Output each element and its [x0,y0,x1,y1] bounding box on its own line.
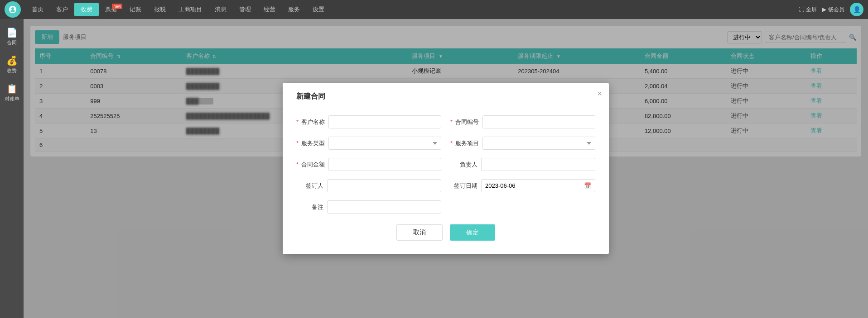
modal-overlay: 新建合同 × * 客户名称 * 合同编号 [24,19,868,318]
fullscreen-label: 全屏 [806,6,817,14]
fee-icon: 💰 [6,55,18,66]
contract-icon: 📄 [6,27,18,38]
confirm-button[interactable]: 确定 [450,224,495,241]
responsible-input[interactable] [481,158,595,171]
signer-label: 签订人 [296,182,323,190]
form-group-amount: * 合同金额 0.00 [296,158,441,171]
amount-label: * 合同金额 [296,161,325,169]
sign-date-value: 2023-06-06 [485,182,516,189]
sign-date-label: 签订日期 [450,182,477,190]
nav-right: ⛶ 全屏 ▶ 畅会员 👤 [799,3,863,16]
nav-bookkeeping[interactable]: 记账 [123,3,148,16]
new-contract-modal: 新建合同 × * 客户名称 * 合同编号 [283,83,609,254]
vip-icon: ▶ [822,6,826,13]
remark-label: 备注 [296,203,323,211]
nav-client[interactable]: 客户 [50,3,74,16]
nav-tax[interactable]: 报税 [148,3,172,16]
calendar-icon: 📅 [584,182,591,189]
content-area: 新增 服务项目 进行中 已结束 全部 🔍 [24,19,868,318]
new-badge: new [112,4,122,9]
modal-close-button[interactable]: × [597,90,602,98]
contract-no-label: * 合同编号 [450,118,479,126]
nav-operation[interactable]: 经营 [257,3,282,16]
vip-button[interactable]: ▶ 畅会员 [822,6,844,14]
statement-icon: 📋 [6,83,18,94]
responsible-label: 负责人 [450,161,477,169]
form-row-1: * 客户名称 * 合同编号 [296,115,595,128]
form-group-service-type: * 服务类型 [296,137,441,150]
amount-input[interactable]: 0.00 [328,158,441,171]
app-logo [5,1,21,18]
nav-message[interactable]: 消息 [208,3,233,16]
cancel-button[interactable]: 取消 [396,224,443,241]
form-group-client: * 客户名称 [296,115,441,128]
client-name-input[interactable] [328,115,441,128]
spacer [450,200,595,214]
user-avatar[interactable]: 👤 [850,3,863,16]
contract-no-input[interactable] [482,115,595,128]
form-group-responsible: 负责人 [450,158,595,171]
form-row-4: 签订人 签订日期 2023-06-06 📅 [296,179,595,192]
service-type-label: * 服务类型 [296,139,325,147]
signer-input[interactable] [327,179,441,192]
sidebar-contract-label: 合同 [7,39,17,46]
form-group-contract-no: * 合同编号 [450,115,595,128]
nav-home[interactable]: 首页 [25,3,50,16]
form-row-3: * 合同金额 0.00 负责人 [296,158,595,171]
main-layout: 📄 合同 💰 收费 📋 对账单 新增 服务项目 进行中 已结束 全部 [0,19,868,318]
form-group-sign-date: 签订日期 2023-06-06 📅 [450,179,595,192]
form-group-service-item: * 服务项目 [450,137,595,150]
service-item-label: * 服务项目 [450,139,479,147]
service-type-select[interactable] [328,137,441,150]
nav-bill[interactable]: 票据 new [99,3,123,16]
nav-settings[interactable]: 设置 [306,3,331,16]
sidebar-fee-label: 收费 [7,67,17,74]
modal-footer: 取消 确定 [296,224,595,241]
left-sidebar: 📄 合同 💰 收费 📋 对账单 [0,19,24,318]
nav-service[interactable]: 服务 [282,3,306,16]
form-row-5: 备注 [296,200,595,214]
sidebar-statement-label: 对账单 [5,95,19,102]
nav-fee[interactable]: 收费 [74,3,99,16]
form-row-2: * 服务类型 * 服务项目 [296,137,595,150]
form-group-signer: 签订人 [296,179,441,192]
client-name-label: * 客户名称 [296,118,325,126]
modal-title: 新建合同 [296,92,595,106]
nav-items: 首页 客户 收费 票据 new 记账 报税 工商项目 消息 管理 经营 服务 设… [25,3,799,16]
fullscreen-icon: ⛶ [799,6,804,13]
avatar-icon: 👤 [853,6,861,13]
top-navigation: 首页 客户 收费 票据 new 记账 报税 工商项目 消息 管理 经营 服务 设… [0,0,868,19]
remark-input[interactable] [327,200,441,214]
sidebar-item-contract[interactable]: 📄 合同 [0,24,24,50]
sidebar-item-statement[interactable]: 📋 对账单 [0,80,24,106]
sign-date-field[interactable]: 2023-06-06 📅 [481,179,595,192]
vip-label: 畅会员 [828,6,844,14]
form-group-remark: 备注 [296,200,441,214]
nav-manage[interactable]: 管理 [233,3,257,16]
fullscreen-button[interactable]: ⛶ 全屏 [799,6,817,14]
nav-business[interactable]: 工商项目 [172,3,208,16]
service-item-select[interactable] [482,137,595,150]
sidebar-item-fee[interactable]: 💰 收费 [0,52,24,78]
